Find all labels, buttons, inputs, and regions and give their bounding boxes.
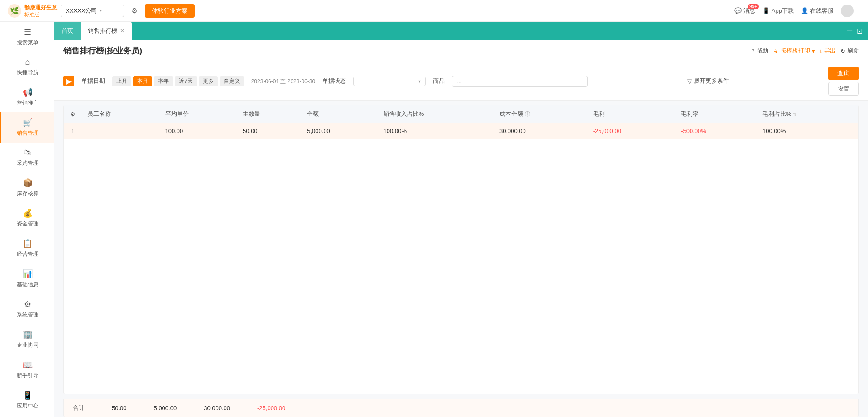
filter-bar: ▶ 单据日期 上月 本月 本年 近7天 更多 自定义 2023-06-01 至 …	[54, 62, 868, 101]
cell-profit: -25,000.00	[588, 123, 676, 139]
col-settings[interactable]: ⚙	[64, 105, 82, 123]
sidebar-item-enterprise[interactable]: 🏢 企业协同	[0, 324, 54, 355]
refresh-icon: ↻	[840, 48, 845, 54]
download-icon: 📱	[762, 7, 770, 14]
footer-profit: -25,000.00	[257, 405, 285, 412]
settings-icon[interactable]: ⚙	[128, 4, 141, 18]
export-button[interactable]: ↓ 导出	[820, 47, 836, 55]
sidebar-label-enterprise: 企业协同	[17, 341, 38, 349]
footer-quantity: 50.00	[112, 405, 127, 412]
sidebar-item-quick-nav[interactable]: ⌂ 快捷导航	[0, 52, 54, 82]
sidebar-item-inventory[interactable]: 📦 库存核算	[0, 173, 54, 203]
page-header: 销售排行榜(按业务员) ? 帮助 🖨 按模板打印 ▾ ↓ 导出	[54, 40, 868, 62]
sidebar-item-wechat[interactable]: 💬 企业微信	[0, 415, 54, 417]
query-actions: 查询 设置	[828, 67, 859, 96]
date-btn-custom[interactable]: 自定义	[220, 76, 244, 86]
operations-icon: 📋	[23, 239, 33, 249]
sidebar-label-marketing: 营销推广	[17, 99, 38, 107]
header-right: 💬 消息 99+ 📱 App下载 👤 在线客服	[734, 5, 861, 17]
status-chevron-icon: ▾	[418, 79, 421, 84]
filter-expand-arrow[interactable]: ▶	[63, 76, 74, 86]
sidebar-item-search-order[interactable]: ☰ 搜索菜单	[0, 22, 54, 52]
sidebar-item-basic-info[interactable]: 📊 基础信息	[0, 264, 54, 294]
sidebar-item-sales[interactable]: 🛒 销售管理	[0, 112, 54, 143]
sidebar-label-finance: 资金管理	[17, 220, 38, 228]
col-profit: 毛利	[588, 105, 676, 123]
data-table: ⚙ 员工名称 平均单价 主数量 全额	[64, 105, 858, 139]
sidebar-item-system[interactable]: ⚙ 系统管理	[0, 294, 54, 324]
page-title: 销售排行榜(按业务员)	[63, 45, 142, 56]
tab-home-label: 首页	[62, 27, 73, 35]
purchase-icon: 🛍	[24, 148, 32, 158]
page-content: 销售排行榜(按业务员) ? 帮助 🖨 按模板打印 ▾ ↓ 导出	[54, 40, 868, 417]
help-icon: ?	[751, 48, 754, 54]
sidebar-label-app-center: 应用中心	[17, 402, 38, 410]
main-layout: ☰ 搜索菜单 ⌂ 快捷导航 📢 营销推广 🛒 销售管理 🛍 采购管理 📦 库存核…	[0, 22, 868, 417]
sidebar-item-finance[interactable]: 💰 资金管理	[0, 203, 54, 233]
settings-button[interactable]: 设置	[828, 82, 859, 96]
col-profit-pct: 毛利占比% ⇅	[757, 105, 858, 123]
help-button[interactable]: ? 帮助	[751, 47, 768, 55]
top-header: 🌿 畅康通好生意 标准版 XXXXX公司 ▾ ⚙ 体验行业方案 💬 消息 99+…	[0, 0, 868, 22]
cost-info-icon[interactable]: ⓘ	[525, 111, 530, 117]
date-btn-this-year[interactable]: 本年	[154, 76, 173, 86]
marketing-icon: 📢	[23, 87, 33, 97]
sidebar-item-guide[interactable]: 📖 新手引导	[0, 355, 54, 385]
expand-down-icon: ▽	[687, 78, 692, 85]
cell-amount: 5,000.00	[302, 123, 378, 139]
inventory-icon: 📦	[23, 178, 33, 188]
print-icon: 🖨	[773, 48, 779, 54]
col-quantity: 主数量	[237, 105, 302, 123]
online-service-button[interactable]: 👤 在线客服	[801, 7, 834, 15]
company-selector[interactable]: XXXXX公司 ▾	[61, 5, 124, 17]
cell-avg-price: 100.00	[160, 123, 238, 139]
goods-input[interactable]: ...	[452, 76, 588, 87]
print-chevron-icon: ▾	[812, 48, 815, 54]
page-actions: ? 帮助 🖨 按模板打印 ▾ ↓ 导出 ↻ 刷新	[751, 47, 859, 55]
col-avg-price: 平均单价	[160, 105, 238, 123]
date-btn-more[interactable]: 更多	[199, 76, 218, 86]
table-footer: 合计 50.00 5,000.00 30,000.00 -25,000.00	[63, 399, 859, 417]
col-amount: 全额	[302, 105, 378, 123]
table-container: ⚙ 员工名称 平均单价 主数量 全额	[63, 105, 859, 394]
date-btn-7days[interactable]: 近7天	[175, 76, 197, 86]
table-row: 1100.0050.005,000.00100.00%30,000.00-25,…	[64, 123, 858, 139]
query-button[interactable]: 查询	[828, 67, 859, 80]
print-button[interactable]: 🖨 按模板打印 ▾	[773, 47, 815, 55]
service-icon: 👤	[801, 7, 808, 14]
message-button[interactable]: 💬 消息 99+	[734, 7, 755, 15]
logo-icon: 🌿	[7, 4, 22, 18]
col-cost: 成本全额 ⓘ	[494, 105, 588, 123]
guide-icon: 📖	[23, 360, 33, 370]
tab-home[interactable]: 首页	[54, 22, 81, 40]
try-button[interactable]: 体验行业方案	[145, 4, 195, 18]
tab-close-icon[interactable]: ✕	[120, 28, 125, 34]
avatar	[841, 5, 854, 17]
date-btn-this-month[interactable]: 本月	[133, 76, 152, 86]
tab-minimize-icon[interactable]: ─	[847, 27, 852, 35]
date-btn-last-month[interactable]: 上月	[112, 76, 131, 86]
cell-profit-pct: 100.00%	[757, 123, 858, 139]
sidebar-item-marketing[interactable]: 📢 营销推广	[0, 82, 54, 112]
app-download-button[interactable]: 📱 App下载	[762, 7, 794, 15]
refresh-button[interactable]: ↻ 刷新	[840, 47, 859, 55]
quick-nav-icon: ⌂	[25, 58, 30, 67]
footer-cost: 30,000.00	[204, 405, 230, 412]
col-sales-pct: 销售收入占比%	[378, 105, 494, 123]
cell-name	[82, 123, 160, 139]
profit-pct-sort-icon[interactable]: ⇅	[793, 112, 796, 117]
status-select[interactable]: ▾	[353, 77, 426, 86]
tab-restore-icon[interactable]: ⊡	[857, 27, 863, 35]
footer-amount: 5,000.00	[154, 405, 177, 412]
tab-sales-ranking-label: 销售排行榜	[88, 27, 117, 35]
sidebar-item-operations[interactable]: 📋 经营管理	[0, 233, 54, 264]
sidebar-item-purchase[interactable]: 🛍 采购管理	[0, 143, 54, 173]
expand-more-button[interactable]: ▽ 展开更多条件	[687, 77, 729, 85]
tab-sales-ranking[interactable]: 销售排行榜 ✕	[81, 22, 132, 40]
tab-bar-right: ─ ⊡	[842, 22, 868, 40]
export-icon: ↓	[820, 48, 823, 54]
message-badge: 99+	[748, 4, 759, 9]
content-area: 首页 销售排行榜 ✕ ─ ⊡ 销售排行榜(按业务员) ? 帮助	[54, 22, 868, 417]
sidebar-item-app-center[interactable]: 📱 应用中心	[0, 385, 54, 415]
system-icon: ⚙	[24, 299, 31, 309]
